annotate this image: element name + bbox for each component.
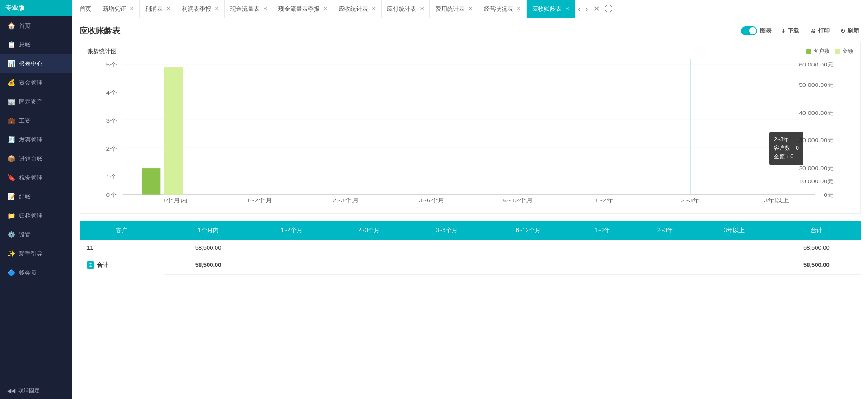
sidebar-item-asset[interactable]: 🏢 固定资产 (0, 92, 72, 111)
refresh-label: 刷新 (847, 27, 859, 35)
tab-cashflow-quarter[interactable]: 现金流量表季报 ✕ (273, 0, 333, 18)
sidebar-label-salary: 工资 (19, 117, 31, 125)
legend-customers: 客户数 (806, 48, 830, 55)
bar-customers-m1[interactable] (142, 168, 160, 195)
svg-text:3~6个月: 3~6个月 (419, 198, 445, 204)
logo: 专业版 (0, 0, 72, 16)
invoice-icon: 🧾 (7, 136, 15, 144)
tab-cashflow-quarter-close[interactable]: ✕ (323, 6, 327, 12)
tab-profit-quarter[interactable]: 利润表季报 ✕ (176, 0, 225, 18)
tax-icon: 🔖 (7, 174, 15, 182)
tab-payable-stat-close[interactable]: ✕ (420, 6, 424, 12)
tab-profit-close[interactable]: ✕ (166, 6, 170, 12)
sidebar-label-member: 畅会员 (19, 269, 37, 277)
chart-toggle[interactable] (741, 26, 757, 35)
total-m612 (485, 256, 571, 275)
sidebar-item-invoice[interactable]: 🧾 发票管理 (0, 130, 72, 149)
tab-payable-stat[interactable]: 应付统计表 ✕ (382, 0, 430, 18)
tab-expense-stat-close[interactable]: ✕ (468, 6, 472, 12)
tab-profit-quarter-label: 利润表季报 (182, 5, 211, 13)
tab-expense-stat-label: 费用统计表 (435, 5, 465, 13)
sidebar-item-salary[interactable]: 💼 工资 (0, 111, 72, 130)
tab-next-button[interactable]: › (583, 0, 590, 18)
archive-icon: 📁 (7, 212, 15, 220)
tab-home-label: 首页 (80, 5, 91, 13)
svg-text:30,000.00元: 30,000.00元 (799, 138, 834, 143)
tab-receivable-stat[interactable]: 应收统计表 ✕ (333, 0, 382, 18)
chart-svg-area: 5个 4个 3个 2个 1个 0个 60,000.00元 50,000.00元 … (87, 59, 853, 204)
tab-cashflow-quarter-label: 现金流量表季报 (278, 5, 320, 13)
tab-operation[interactable]: 经营状况表 ✕ (478, 0, 527, 18)
sidebar-item-tax[interactable]: 🔖 税务管理 (0, 168, 72, 187)
col-y23: 2~3年 (634, 221, 697, 240)
sidebar-item-member[interactable]: 🔷 畅会员 (0, 263, 72, 282)
total-label-cell: Σ 合计 (80, 256, 164, 274)
svg-text:2~3年: 2~3年 (681, 198, 700, 204)
table-header-row: 客户 1个月内 1~2个月 2~3个月 3~6个月 6~12个月 1~2年 2~… (80, 221, 861, 240)
tab-profit-quarter-close[interactable]: ✕ (215, 6, 219, 12)
download-button[interactable]: ⬇ 下载 (779, 27, 801, 35)
fund-icon: 💰 (7, 79, 15, 87)
tab-expense-stat[interactable]: 费用统计表 ✕ (430, 0, 478, 18)
svg-text:1~2年: 1~2年 (594, 198, 613, 204)
tab-bar: 首页 新增凭证 ✕ 利润表 ✕ 利润表季报 ✕ 现金流量表 ✕ 现金流量表季报 … (72, 0, 868, 18)
member-icon: 🔷 (7, 269, 15, 277)
svg-text:3年以上: 3年以上 (764, 198, 789, 204)
sidebar-item-settle[interactable]: 📝 结账 (0, 187, 72, 206)
sidebar-item-archive[interactable]: 📁 归档管理 (0, 206, 72, 225)
sidebar-pin-toggle[interactable]: ◀◀ 取消固定 (0, 382, 72, 399)
svg-text:1个: 1个 (106, 174, 117, 180)
tab-operation-close[interactable]: ✕ (517, 6, 521, 12)
sidebar-item-purchase[interactable]: 📦 进销台账 (0, 149, 72, 168)
pin-icon: ◀◀ (7, 388, 15, 394)
tab-aging-label: 应收账龄表 (532, 5, 561, 13)
sidebar-label-home: 首页 (19, 22, 31, 30)
total-m12 (253, 256, 330, 275)
tab-close-all-button[interactable]: ✕ (591, 0, 602, 18)
tab-voucher-close[interactable]: ✕ (130, 6, 134, 12)
report-icon: 📊 (7, 60, 15, 68)
tab-prev-button[interactable]: ‹ (575, 0, 583, 18)
cell-y12 (571, 240, 634, 256)
col-m612: 6~12个月 (485, 221, 571, 240)
tab-voucher-label: 新增凭证 (103, 5, 126, 13)
tab-profit[interactable]: 利润表 ✕ (140, 0, 176, 18)
tab-cashflow-close[interactable]: ✕ (263, 6, 267, 12)
tab-cashflow[interactable]: 现金流量表 ✕ (225, 0, 273, 18)
tab-receivable-stat-label: 应收统计表 (339, 5, 368, 13)
col-y12: 1~2年 (571, 221, 634, 240)
cell-y3plus (697, 240, 772, 256)
tab-receivable-stat-close[interactable]: ✕ (372, 6, 376, 12)
total-total: 58,500.00 (772, 256, 861, 275)
col-m36: 3~6个月 (408, 221, 486, 240)
print-button[interactable]: 🖨 打印 (808, 27, 831, 35)
sidebar: 专业版 🏠 首页 📋 总账 📊 报表中心 💰 资金管理 🏢 固定资产 💼 工资 … (0, 0, 72, 399)
tab-home[interactable]: 首页 (74, 0, 97, 18)
svg-text:60,000.00元: 60,000.00元 (799, 62, 834, 68)
svg-text:50,000.00元: 50,000.00元 (799, 82, 834, 88)
sidebar-label-ledger: 总账 (19, 41, 31, 49)
sidebar-item-home[interactable]: 🏠 首页 (0, 16, 72, 35)
sidebar-label-fund: 资金管理 (19, 79, 42, 87)
sidebar-item-report[interactable]: 📊 报表中心 (0, 54, 72, 73)
tab-expand-button[interactable]: ⛶ (602, 0, 615, 18)
table-row: 11 58,500.00 58,500.00 (80, 240, 861, 256)
sidebar-label-invoice: 发票管理 (19, 136, 42, 144)
aging-table: 客户 1个月内 1~2个月 2~3个月 3~6个月 6~12个月 1~2年 2~… (80, 221, 861, 275)
tab-aging-close[interactable]: ✕ (565, 6, 569, 12)
chart-svg: 5个 4个 3个 2个 1个 0个 60,000.00元 50,000.00元 … (87, 59, 853, 204)
col-y3plus: 3年以上 (697, 221, 772, 240)
tab-voucher[interactable]: 新增凭证 ✕ (97, 0, 140, 18)
total-y3plus (697, 256, 772, 275)
sidebar-item-fund[interactable]: 💰 资金管理 (0, 73, 72, 92)
sidebar-item-ledger[interactable]: 📋 总账 (0, 35, 72, 54)
col-customer: 客户 (80, 221, 164, 240)
sidebar-item-guide[interactable]: ✨ 新手引导 (0, 244, 72, 263)
svg-text:4个: 4个 (106, 90, 117, 96)
refresh-button[interactable]: ↻ 刷新 (839, 27, 861, 35)
sidebar-item-settings[interactable]: ⚙️ 设置 (0, 225, 72, 244)
home-icon: 🏠 (7, 22, 15, 30)
settle-icon: 📝 (7, 193, 15, 201)
bar-amount-m1[interactable] (164, 67, 183, 195)
tab-aging[interactable]: 应收账龄表 ✕ (527, 0, 575, 18)
